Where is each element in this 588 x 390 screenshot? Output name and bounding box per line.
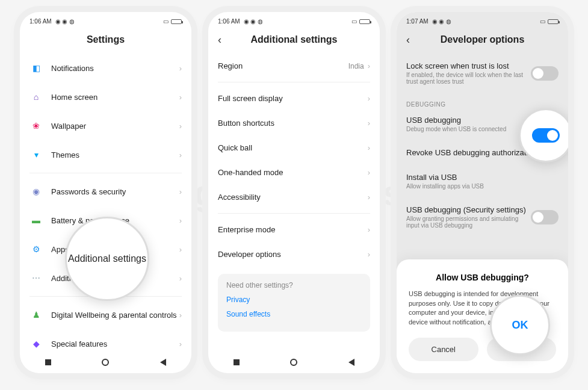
item-accessibility[interactable]: Accessibility› bbox=[218, 185, 370, 209]
item-themes[interactable]: ▾Themes› bbox=[29, 140, 182, 169]
wallpaper-icon: ❀ bbox=[29, 119, 43, 132]
divider bbox=[218, 82, 370, 82]
sub-label: If enabled, the device will lock when th… bbox=[406, 72, 531, 85]
item-special-features[interactable]: ◆Special features› bbox=[29, 329, 182, 348]
nav-recents-icon[interactable] bbox=[45, 359, 51, 365]
item-region[interactable]: RegionIndia› bbox=[218, 54, 370, 78]
chevron-right-icon: › bbox=[368, 250, 370, 259]
label: Passwords & security bbox=[51, 187, 179, 196]
nav-recents-icon[interactable] bbox=[234, 359, 240, 365]
label: Special features bbox=[51, 339, 179, 348]
label: Lock screen when trust is lost bbox=[406, 61, 531, 70]
item-one-handed[interactable]: One-handed mode› bbox=[218, 160, 370, 185]
chevron-right-icon: › bbox=[368, 61, 370, 70]
label: Wallpaper bbox=[51, 122, 179, 131]
chevron-right-icon: › bbox=[368, 168, 370, 177]
nav-back-icon[interactable] bbox=[348, 359, 354, 366]
battery-icon bbox=[548, 19, 559, 24]
item-quickball[interactable]: Quick ball› bbox=[218, 135, 370, 160]
nav-back-icon[interactable] bbox=[160, 359, 166, 366]
back-button[interactable]: ‹ bbox=[218, 34, 221, 46]
phone-developer-options: 1:07 AM◉ ◉ ◍ ▭ ‹ Developer options Lock … bbox=[397, 12, 568, 373]
wellbeing-icon: ♟ bbox=[29, 308, 43, 321]
magnifier-highlight: Additional settings bbox=[65, 217, 149, 301]
item-button-shortcuts[interactable]: Button shortcuts› bbox=[218, 111, 370, 135]
notifications-icon: ◧ bbox=[29, 61, 43, 75]
chevron-right-icon: › bbox=[179, 150, 182, 159]
header: Settings bbox=[20, 27, 191, 54]
sub-label: Allow installing apps via USB bbox=[406, 183, 559, 190]
help-box: Need other settings? Privacy Sound effec… bbox=[218, 274, 370, 332]
item-lock-screen-trust[interactable]: Lock screen when trust is lost If enable… bbox=[406, 54, 559, 93]
cellular-icon: ▭ bbox=[351, 18, 357, 25]
label: Digital Wellbeing & parental controls bbox=[51, 311, 179, 320]
label: USB debugging (Security settings) bbox=[406, 205, 531, 214]
item-digital-wellbeing[interactable]: ♟Digital Wellbeing & parental controls› bbox=[29, 300, 182, 329]
ok-text: OK bbox=[512, 319, 528, 332]
status-bar: 1:07 AM◉ ◉ ◍ ▭ bbox=[397, 12, 568, 27]
help-link-privacy[interactable]: Privacy bbox=[226, 296, 362, 304]
label: Notifications bbox=[51, 64, 179, 73]
battery-icon bbox=[171, 19, 182, 24]
header: ‹ Developer options bbox=[397, 27, 568, 54]
value: India bbox=[348, 62, 364, 70]
battery-icon bbox=[359, 19, 370, 24]
status-icons-left: ◉ ◉ ◍ bbox=[55, 18, 75, 25]
chevron-right-icon: › bbox=[179, 93, 182, 102]
settings-list: ◧Notifications› ⌂Home screen› ❀Wallpaper… bbox=[20, 54, 191, 348]
nav-bar bbox=[20, 351, 191, 373]
nav-home-icon[interactable] bbox=[102, 359, 109, 366]
page-title: Settings bbox=[87, 34, 125, 45]
item-full-screen[interactable]: Full screen display› bbox=[218, 86, 370, 111]
item-developer-options[interactable]: Developer options› bbox=[218, 242, 370, 267]
status-time: 1:07 AM bbox=[406, 18, 429, 25]
chevron-right-icon: › bbox=[368, 94, 370, 103]
trust-toggle[interactable] bbox=[531, 66, 559, 81]
item-usb-debugging-security[interactable]: USB debugging (Security settings) Allow … bbox=[406, 197, 559, 237]
magnifier-toggle bbox=[519, 108, 568, 162]
item-notifications[interactable]: ◧Notifications› bbox=[29, 54, 182, 82]
help-question: Need other settings? bbox=[226, 281, 362, 289]
battery-icon: ▬ bbox=[29, 214, 43, 227]
magnified-text: Additional settings bbox=[68, 253, 146, 264]
security-toggle[interactable] bbox=[531, 210, 559, 224]
chevron-right-icon: › bbox=[368, 225, 370, 234]
chevron-right-icon: › bbox=[179, 64, 182, 73]
header: ‹ Additional settings bbox=[208, 27, 380, 54]
home-icon: ⌂ bbox=[29, 90, 43, 104]
status-time: 1:06 AM bbox=[29, 18, 52, 25]
nav-home-icon[interactable] bbox=[290, 359, 297, 366]
phone-settings: 1:06 AM◉ ◉ ◍ ▭ Settings ◧Notifications› … bbox=[20, 12, 191, 373]
chevron-right-icon: › bbox=[368, 193, 370, 202]
more-icon: ⋯ bbox=[29, 271, 43, 285]
item-wallpaper[interactable]: ❀Wallpaper› bbox=[29, 111, 182, 140]
label: Region bbox=[218, 61, 348, 70]
item-install-via-usb[interactable]: Install via USB Allow installing apps vi… bbox=[406, 165, 559, 197]
chevron-right-icon: › bbox=[179, 245, 182, 254]
cellular-icon: ▭ bbox=[163, 18, 169, 25]
item-passwords-security[interactable]: ◉Passwords & security› bbox=[29, 177, 182, 206]
section-debugging: DEBUGGING bbox=[406, 93, 559, 108]
help-link-sound[interactable]: Sound effects bbox=[226, 310, 362, 318]
chevron-right-icon: › bbox=[368, 143, 370, 152]
magnifier-ok: OK bbox=[490, 295, 550, 355]
label: Quick ball bbox=[218, 143, 368, 152]
status-bar: 1:06 AM◉ ◉ ◍ ▭ bbox=[208, 12, 380, 27]
back-button[interactable]: ‹ bbox=[406, 34, 410, 46]
usb-debugging-toggle[interactable] bbox=[532, 128, 560, 143]
cancel-button[interactable]: Cancel bbox=[409, 338, 478, 361]
chevron-right-icon: › bbox=[179, 339, 182, 348]
label: Full screen display bbox=[218, 94, 368, 103]
phone-additional-settings: 1:06 AM◉ ◉ ◍ ▭ ‹ Additional settings Reg… bbox=[208, 12, 380, 373]
label: Accessibility bbox=[218, 193, 368, 202]
item-enterprise[interactable]: Enterprise mode› bbox=[218, 217, 370, 242]
apps-icon: ⚙ bbox=[29, 243, 43, 256]
item-home-screen[interactable]: ⌂Home screen› bbox=[29, 82, 182, 111]
page-title: Additional settings bbox=[251, 34, 338, 45]
chevron-right-icon: › bbox=[179, 187, 182, 196]
dialog-title: Allow USB debugging? bbox=[409, 273, 556, 282]
chevron-right-icon: › bbox=[179, 274, 182, 283]
label: Button shortcuts bbox=[218, 119, 368, 128]
security-icon: ◉ bbox=[29, 185, 43, 198]
status-icons-left: ◉ ◉ ◍ bbox=[432, 18, 452, 25]
